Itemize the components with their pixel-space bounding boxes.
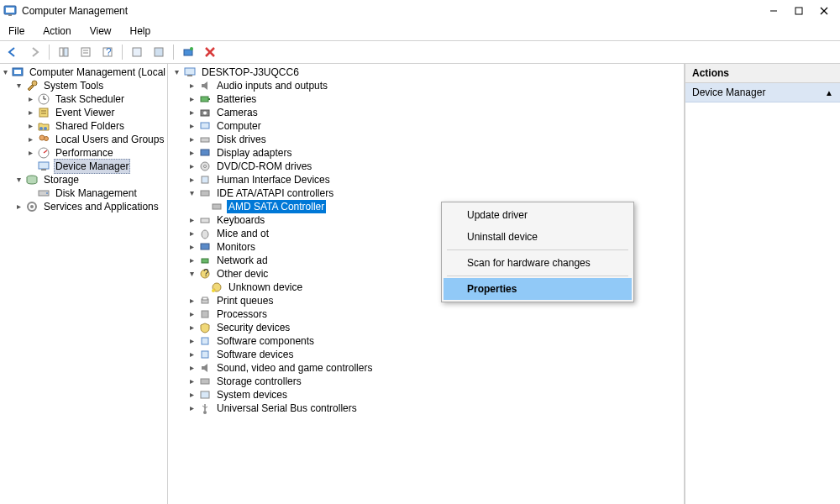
tree-services-apps[interactable]: ▸ Services and Applications [0, 200, 167, 213]
collapse-icon[interactable]: ▾ [186, 188, 197, 198]
view-button-1[interactable] [128, 43, 146, 61]
expand-icon[interactable]: ▸ [186, 255, 197, 265]
forward-button[interactable] [25, 43, 44, 61]
expand-icon[interactable]: ▸ [186, 363, 197, 373]
back-button[interactable] [3, 43, 22, 61]
scan-hardware-button[interactable] [179, 43, 197, 61]
expand-icon[interactable]: ▸ [25, 108, 35, 118]
tree-shared-folders[interactable]: ▸ Shared Folders [0, 119, 167, 133]
expand-icon[interactable]: ▸ [186, 148, 197, 158]
show-hide-tree-button[interactable] [55, 43, 73, 61]
svg-rect-35 [41, 169, 46, 171]
tree-task-scheduler[interactable]: ▸ Task Scheduler [0, 92, 167, 106]
device-category[interactable]: ▸DVD/CD-ROM drives [168, 160, 684, 173]
disk-drive-icon [198, 133, 212, 146]
device-tree[interactable]: ▾ DESKTOP-J3UQCC6 ▸Audio inputs and outp… [168, 64, 685, 504]
device-category[interactable]: ▸Software devices [168, 348, 684, 361]
minimize-button[interactable] [761, 2, 786, 20]
device-category[interactable]: ▸Batteries [168, 92, 684, 106]
expand-icon[interactable]: ▸ [186, 403, 197, 413]
expand-icon[interactable]: ▸ [186, 336, 197, 346]
expand-icon[interactable]: ▸ [186, 228, 197, 239]
tree-local-users[interactable]: ▸ Local Users and Groups [0, 133, 167, 146]
expand-icon[interactable]: ▸ [186, 175, 197, 185]
expand-icon[interactable]: ▸ [186, 242, 197, 252]
actions-label: Device Manager [692, 87, 765, 98]
expand-icon[interactable]: ▸ [186, 161, 197, 171]
expand-icon[interactable]: ▸ [186, 376, 197, 386]
menu-uninstall-device[interactable]: Uninstall device [444, 226, 632, 248]
software-icon [198, 334, 212, 348]
collapse-icon[interactable]: ▾ [13, 81, 24, 91]
expand-icon[interactable]: ▸ [13, 202, 24, 212]
expand-icon[interactable]: ▸ [186, 121, 197, 131]
expand-icon[interactable]: ▸ [186, 309, 197, 319]
device-category[interactable]: ▸Processors [168, 307, 684, 321]
tree-system-tools[interactable]: ▾ System Tools [0, 79, 167, 92]
hid-icon [198, 173, 212, 186]
menu-help[interactable]: Help [127, 24, 155, 39]
device-category[interactable]: ▸Storage controllers [168, 375, 684, 388]
svg-rect-14 [133, 48, 141, 56]
expand-icon[interactable]: ▸ [186, 108, 197, 118]
svg-rect-8 [64, 48, 68, 56]
tree-label: Device Manager [54, 159, 130, 174]
device-category[interactable]: ▸Audio inputs and outputs [168, 79, 684, 92]
expand-icon[interactable]: ▸ [25, 134, 35, 144]
expand-icon[interactable]: ▸ [186, 390, 197, 400]
menu-file[interactable]: File [5, 24, 28, 39]
device-category[interactable]: ▸Computer [168, 119, 684, 133]
close-button[interactable] [811, 2, 837, 20]
expand-icon[interactable]: ▸ [186, 94, 197, 104]
tree-label: Universal Serial Bus controllers [215, 402, 359, 415]
tree-disk-management[interactable]: Disk Management [0, 186, 167, 200]
printer-icon [198, 294, 212, 307]
device-root[interactable]: ▾ DESKTOP-J3UQCC6 [168, 66, 684, 79]
menu-scan-hardware[interactable]: Scan for hardware changes [444, 252, 632, 274]
menu-action[interactable]: Action [39, 24, 74, 39]
navigation-tree[interactable]: ▾ Computer Management (Local ▾ System To… [0, 64, 168, 504]
expand-icon[interactable]: ▸ [186, 323, 197, 333]
expand-icon[interactable]: ▸ [25, 148, 35, 158]
menu-view[interactable]: View [87, 24, 115, 39]
device-category[interactable]: ▸Software components [168, 334, 684, 348]
actions-device-manager[interactable]: Device Manager ▲ [685, 83, 840, 102]
tree-storage[interactable]: ▾ Storage [0, 173, 167, 186]
device-category[interactable]: ▸System devices [168, 388, 684, 402]
svg-rect-4 [795, 8, 802, 14]
tree-event-viewer[interactable]: ▸ Event Viewer [0, 106, 167, 119]
device-category[interactable]: ▸Universal Serial Bus controllers [168, 402, 684, 415]
chevron-up-icon[interactable]: ▲ [825, 88, 833, 97]
collapse-icon[interactable]: ▾ [171, 67, 181, 77]
maximize-button[interactable] [786, 2, 811, 20]
expand-icon[interactable]: ▸ [25, 121, 35, 131]
menu-update-driver[interactable]: Update driver [444, 204, 632, 226]
collapse-icon[interactable]: ▾ [2, 67, 9, 77]
device-category[interactable]: ▸Human Interface Devices [168, 173, 684, 186]
device-category[interactable]: ▸Security devices [168, 321, 684, 334]
device-category[interactable]: ▸Disk drives [168, 133, 684, 146]
properties-button[interactable] [76, 43, 95, 61]
tree-root[interactable]: ▾ Computer Management (Local [0, 66, 167, 79]
expand-icon[interactable]: ▸ [186, 134, 197, 144]
device-category[interactable]: ▸Sound, video and game controllers [168, 361, 684, 375]
help-button[interactable]: ? [98, 43, 117, 61]
expand-icon[interactable]: ▸ [186, 81, 197, 91]
collapse-icon[interactable]: ▾ [186, 269, 197, 279]
delete-button[interactable] [201, 43, 219, 61]
actions-header: Actions [685, 64, 840, 83]
svg-rect-34 [39, 162, 49, 169]
view-button-2[interactable] [150, 43, 168, 61]
device-category[interactable]: ▸Cameras [168, 106, 684, 119]
expand-icon[interactable]: ▸ [186, 296, 197, 306]
tree-label: Network ad [215, 254, 270, 267]
collapse-icon[interactable]: ▾ [13, 175, 24, 185]
tree-performance[interactable]: ▸ Performance [0, 146, 167, 160]
tree-device-manager[interactable]: Device Manager [0, 160, 167, 173]
expand-icon[interactable]: ▸ [25, 94, 35, 104]
expand-icon[interactable]: ▸ [186, 349, 197, 360]
device-category-ide[interactable]: ▾IDE ATA/ATAPI controllers [168, 186, 684, 200]
menu-properties[interactable]: Properties [444, 278, 632, 300]
device-category[interactable]: ▸Display adapters [168, 146, 684, 160]
expand-icon[interactable]: ▸ [186, 215, 197, 225]
